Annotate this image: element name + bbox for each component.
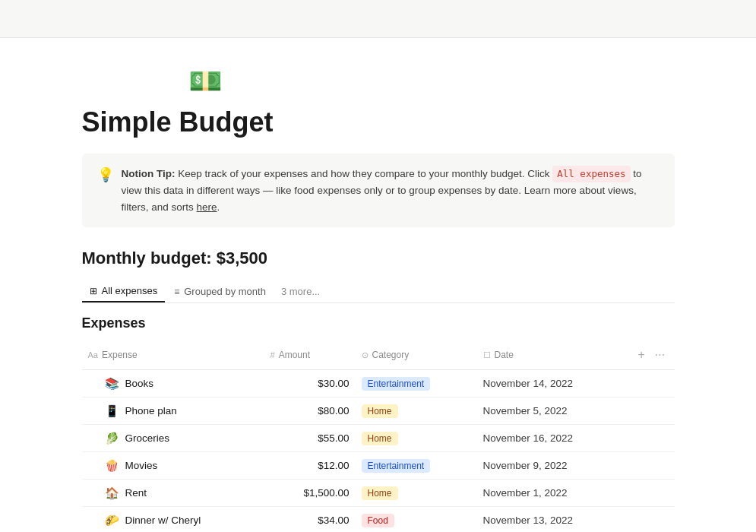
- cell-date-1: November 5, 2022: [477, 401, 629, 421]
- cell-actions-4: [629, 489, 667, 498]
- tip-lightbulb-icon: 💡: [97, 166, 114, 183]
- cell-category-2: Home: [356, 427, 477, 450]
- cell-date-2: November 16, 2022: [477, 428, 629, 448]
- cell-expense-3[interactable]: 🍿 Movies: [82, 454, 264, 477]
- cell-actions-2: [629, 434, 667, 443]
- tab-grouped-icon: ≡: [174, 287, 179, 297]
- cell-expense-1[interactable]: 📱 Phone plan: [82, 400, 264, 423]
- monthly-budget-label: Monthly budget: $3,500: [82, 249, 675, 268]
- row-icon-5: 🌮: [105, 514, 119, 527]
- col-expense-icon: Aa: [88, 350, 98, 359]
- tip-text: Notion Tip: Keep track of your expenses …: [122, 166, 660, 215]
- col-category-icon: ⊙: [362, 350, 369, 360]
- cell-category-5: Food: [356, 509, 477, 532]
- cell-category-4: Home: [356, 482, 477, 505]
- category-badge-1[interactable]: Home: [362, 404, 398, 418]
- tip-text1: Keep track of your expenses and how they…: [175, 168, 552, 179]
- page-title: Simple Budget: [82, 106, 675, 138]
- col-header-expense: Aa Expense: [82, 344, 264, 366]
- cell-expense-name-2: Groceries: [125, 432, 170, 444]
- cell-category-3: Entertainment: [356, 454, 477, 477]
- tabs-row: ⊞ All expenses ≡ Grouped by month 3 more…: [82, 280, 675, 303]
- tip-here-link[interactable]: here: [197, 201, 217, 213]
- cell-actions-1: [629, 407, 667, 416]
- cell-expense-5[interactable]: 🌮 Dinner w/ Cheryl: [82, 509, 264, 532]
- table-row[interactable]: 🏠 Rent $1,500.00 Home November 1, 2022: [82, 480, 675, 507]
- cell-expense-0[interactable]: 📚 Books: [82, 372, 264, 395]
- col-date-label: Date: [495, 350, 514, 360]
- col-header-category: ⊙ Category: [356, 344, 477, 366]
- cell-expense-name-1: Phone plan: [125, 405, 177, 416]
- col-category-label: Category: [372, 350, 410, 360]
- cell-date-4: November 1, 2022: [477, 483, 629, 503]
- table-container: Expenses Aa Expense # Amount ⊙ Category …: [82, 315, 675, 532]
- cell-amount-3: $12.00: [264, 455, 356, 476]
- row-icon-3: 🍿: [105, 459, 119, 473]
- category-badge-0[interactable]: Entertainment: [362, 377, 431, 391]
- cell-expense-4[interactable]: 🏠 Rent: [82, 482, 264, 505]
- tip-badge[interactable]: All expenses: [552, 166, 630, 182]
- row-icon-2: 🥬: [105, 432, 119, 445]
- cell-date-5: November 13, 2022: [477, 510, 629, 530]
- tab-grouped-label: Grouped by month: [184, 286, 266, 297]
- cell-category-0: Entertainment: [356, 372, 477, 395]
- cell-expense-name-3: Movies: [125, 460, 158, 471]
- cell-expense-name-0: Books: [125, 378, 154, 389]
- tab-all-expenses-icon: ⊞: [90, 286, 97, 296]
- cell-expense-name-5: Dinner w/ Cheryl: [125, 515, 201, 526]
- tip-bold: Notion Tip:: [122, 168, 176, 179]
- col-amount-label: Amount: [279, 350, 310, 360]
- col-date-icon: ☐: [483, 350, 491, 360]
- col-header-amount: # Amount: [264, 344, 356, 366]
- cell-actions-0: [629, 379, 667, 388]
- col-header-date: ☐ Date: [477, 344, 629, 366]
- cell-amount-4: $1,500.00: [264, 483, 356, 503]
- tab-more[interactable]: 3 more...: [275, 281, 326, 302]
- category-badge-3[interactable]: Entertainment: [362, 459, 431, 473]
- table-rows: 📚 Books $30.00 Entertainment November 14…: [82, 370, 675, 532]
- tab-all-expenses-label: All expenses: [102, 285, 158, 296]
- cell-amount-0: $30.00: [264, 373, 356, 394]
- col-expense-label: Expense: [102, 350, 138, 360]
- tab-all-expenses[interactable]: ⊞ All expenses: [82, 280, 166, 302]
- more-options-button[interactable]: ···: [652, 347, 668, 363]
- table-row[interactable]: 📱 Phone plan $80.00 Home November 5, 202…: [82, 397, 675, 425]
- tip-text3: .: [217, 201, 220, 213]
- table-row[interactable]: 🍿 Movies $12.00 Entertainment November 9…: [82, 452, 675, 480]
- tab-grouped-by-month[interactable]: ≡ Grouped by month: [166, 281, 274, 302]
- category-badge-2[interactable]: Home: [362, 432, 398, 445]
- table-header: Aa Expense # Amount ⊙ Category ☐ Date +: [82, 340, 675, 370]
- cell-expense-name-4: Rent: [125, 487, 147, 499]
- cell-amount-5: $34.00: [264, 510, 356, 530]
- cell-date-3: November 9, 2022: [477, 455, 629, 476]
- table-row[interactable]: 📚 Books $30.00 Entertainment November 14…: [82, 370, 675, 397]
- cell-date-0: November 14, 2022: [477, 373, 629, 394]
- cell-expense-2[interactable]: 🥬 Groceries: [82, 427, 264, 450]
- cell-actions-5: [629, 516, 667, 525]
- table-row[interactable]: 🌮 Dinner w/ Cheryl $34.00 Food November …: [82, 507, 675, 532]
- col-header-actions: + ···: [629, 344, 667, 366]
- row-icon-1: 📱: [105, 404, 119, 418]
- cell-amount-2: $55.00: [264, 428, 356, 448]
- add-column-button[interactable]: +: [635, 347, 648, 363]
- cell-category-1: Home: [356, 400, 477, 423]
- row-icon-4: 🏠: [105, 486, 119, 500]
- category-badge-4[interactable]: Home: [362, 486, 398, 500]
- page-icon: 💵: [188, 65, 675, 97]
- col-amount-icon: #: [270, 350, 275, 359]
- section-title: Expenses: [82, 315, 675, 331]
- table-row[interactable]: 🥬 Groceries $55.00 Home November 16, 202…: [82, 425, 675, 452]
- top-bar: [0, 0, 756, 38]
- category-badge-5[interactable]: Food: [362, 514, 394, 527]
- tip-box: 💡 Notion Tip: Keep track of your expense…: [82, 154, 675, 227]
- row-icon-0: 📚: [105, 377, 119, 391]
- cell-amount-1: $80.00: [264, 401, 356, 421]
- cell-actions-3: [629, 461, 667, 470]
